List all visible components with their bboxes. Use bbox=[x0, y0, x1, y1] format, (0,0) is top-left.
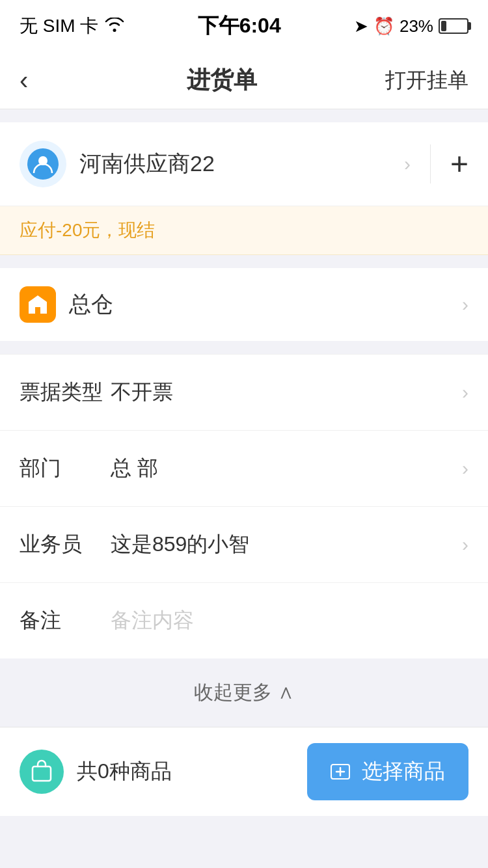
notice-text: 应付-20元，现结 bbox=[20, 220, 155, 240]
remark-row[interactable]: 备注 备注内容 bbox=[0, 582, 488, 658]
warehouse-icon bbox=[20, 286, 56, 323]
open-pending-button[interactable]: 打开挂单 bbox=[385, 66, 468, 95]
gray-fill-area bbox=[0, 816, 488, 868]
department-value: 总 部 bbox=[111, 454, 462, 483]
supplier-name: 河南供应商22 bbox=[79, 149, 404, 179]
supplier-actions: › + bbox=[404, 144, 468, 183]
carrier-text: 无 SIM 卡 bbox=[20, 14, 98, 38]
section-gap-2 bbox=[0, 341, 488, 354]
invoice-row[interactable]: 票据类型 不开票 › bbox=[0, 354, 488, 430]
alarm-icon: ⏰ bbox=[373, 16, 394, 36]
form-card: 票据类型 不开票 › 部门 总 部 › 业务员 这是859的小智 › 备注 备注… bbox=[0, 354, 488, 658]
bottom-bar: 共0种商品 选择商品 bbox=[0, 727, 488, 816]
department-label: 部门 bbox=[20, 454, 111, 483]
invoice-chevron-icon: › bbox=[462, 381, 468, 403]
select-product-button[interactable]: 选择商品 bbox=[307, 743, 468, 800]
status-time: 下午6:04 bbox=[198, 12, 281, 40]
notice-bar: 应付-20元，现结 bbox=[0, 206, 488, 255]
department-chevron-icon: › bbox=[462, 457, 468, 480]
svg-rect-1 bbox=[33, 766, 51, 781]
supplier-card: 河南供应商22 › + 应付-20元，现结 bbox=[0, 122, 488, 255]
supplier-chevron-icon: › bbox=[404, 153, 411, 175]
page-title: 进货单 bbox=[187, 64, 257, 96]
status-left: 无 SIM 卡 bbox=[20, 14, 124, 38]
back-button[interactable]: ‹ bbox=[20, 66, 59, 95]
supplier-row[interactable]: 河南供应商22 › + bbox=[0, 122, 488, 206]
salesperson-label: 业务员 bbox=[20, 530, 111, 559]
top-spacer bbox=[0, 109, 488, 122]
warehouse-row[interactable]: 总仓 › bbox=[0, 268, 488, 341]
remark-label: 备注 bbox=[20, 606, 111, 635]
salesperson-chevron-icon: › bbox=[462, 534, 468, 556]
battery-icon bbox=[439, 18, 468, 34]
collapse-button[interactable]: 收起更多 ∧ bbox=[0, 658, 488, 727]
select-product-label: 选择商品 bbox=[362, 757, 445, 786]
avatar bbox=[20, 141, 66, 187]
salesperson-row[interactable]: 业务员 这是859的小智 › bbox=[0, 506, 488, 582]
invoice-value: 不开票 bbox=[111, 378, 462, 407]
status-bar: 无 SIM 卡 下午6:04 ➤ ⏰ 23% bbox=[0, 0, 488, 52]
supplier-divider bbox=[430, 144, 431, 183]
invoice-label: 票据类型 bbox=[20, 378, 111, 407]
status-right: ➤ ⏰ 23% bbox=[354, 16, 468, 36]
nav-bar: ‹ 进货单 打开挂单 bbox=[0, 52, 488, 109]
department-row[interactable]: 部门 总 部 › bbox=[0, 430, 488, 506]
remark-input[interactable]: 备注内容 bbox=[111, 606, 468, 635]
product-count: 共0种商品 bbox=[77, 757, 294, 786]
warehouse-name: 总仓 bbox=[69, 290, 462, 319]
section-gap-1 bbox=[0, 255, 488, 268]
add-supplier-button[interactable]: + bbox=[450, 148, 468, 180]
avatar-icon bbox=[27, 148, 59, 180]
salesperson-value: 这是859的小智 bbox=[111, 530, 462, 559]
warehouse-chevron-icon: › bbox=[462, 293, 468, 316]
product-icon bbox=[20, 750, 64, 794]
collapse-label: 收起更多 ∧ bbox=[194, 679, 293, 706]
battery-percent: 23% bbox=[400, 16, 433, 36]
location-icon: ➤ bbox=[354, 16, 368, 36]
wifi-icon bbox=[105, 16, 124, 36]
warehouse-card[interactable]: 总仓 › bbox=[0, 268, 488, 341]
